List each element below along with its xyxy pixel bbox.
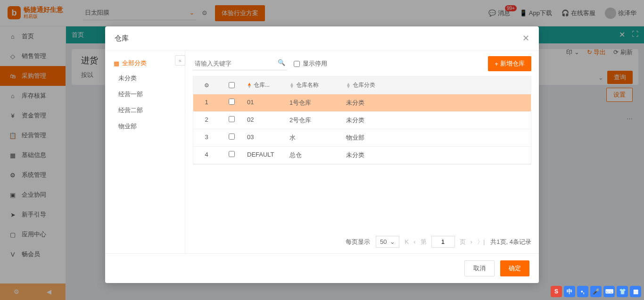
column-checkbox (220, 76, 243, 94)
column-category[interactable]: ▲▼仓库分类 (342, 76, 531, 94)
page-size-select[interactable]: 50 ⌄ (376, 236, 399, 248)
table-panel: 🔍 显示停用 + 新增仓库 ⚙ ▲▼仓库... (185, 50, 539, 253)
grid-header: ⚙ ▲▼仓库... ▲▼仓库名称 ▲▼仓库分类 (193, 76, 531, 94)
page-input[interactable] (431, 236, 455, 248)
ime-lang-icon[interactable]: 中 (564, 286, 575, 297)
table-toolbar: 🔍 显示停用 + 新增仓库 (193, 56, 531, 71)
row-checkbox[interactable] (229, 133, 235, 140)
prev-page-icon[interactable]: ‹ (413, 238, 415, 245)
tree-item[interactable]: 经营二部 (105, 102, 185, 118)
column-settings[interactable]: ⚙ (193, 76, 220, 94)
tree-item[interactable]: 未分类 (105, 70, 185, 86)
ime-punct-icon[interactable]: •, (577, 286, 588, 297)
show-disabled-checkbox[interactable]: 显示停用 (294, 59, 327, 68)
table-row[interactable]: 4 DEFAULT 总仓 未分类 (193, 147, 531, 164)
plus-icon: + (495, 60, 498, 67)
search-icon[interactable]: 🔍 (278, 59, 285, 66)
column-code[interactable]: ▲▼仓库... (243, 76, 286, 94)
ok-button[interactable]: 确定 (500, 260, 529, 276)
table-row[interactable]: 3 03 水 物业部 (193, 129, 531, 147)
search-wrap: 🔍 (193, 57, 287, 70)
cancel-button[interactable]: 取消 (464, 260, 495, 276)
search-input[interactable] (193, 57, 287, 70)
tree-item[interactable]: 物业部 (105, 118, 185, 134)
add-warehouse-button[interactable]: + 新增仓库 (488, 56, 531, 71)
row-checkbox[interactable] (229, 151, 235, 157)
category-tree: ▦ 全部分类 未分类 经营一部 经营二部 物业部 « (105, 50, 185, 253)
checkbox-input[interactable] (294, 61, 300, 67)
per-page-label: 每页显示 (346, 238, 370, 246)
paginator: 每页显示 50 ⌄ K ‹ 第 页 › 〉| 共1页, 4条记录 (193, 230, 531, 248)
row-checkbox[interactable] (229, 99, 235, 105)
tree-item[interactable]: 经营一部 (105, 86, 185, 102)
ime-bar: S 中 •, 🎤 ⌨ 👕 ▦ (551, 286, 641, 297)
table-row[interactable]: 1 01 1号仓库 未分类 (193, 94, 531, 112)
tree-root[interactable]: ▦ 全部分类 (105, 56, 185, 70)
grid-icon: ▦ (114, 60, 119, 67)
warehouse-grid: ⚙ ▲▼仓库... ▲▼仓库名称 ▲▼仓库分类 1 01 1号仓库 未分类 (193, 76, 531, 165)
sort-icon: ▲▼ (289, 83, 294, 88)
ime-skin-icon[interactable]: 👕 (617, 286, 628, 297)
first-page-icon[interactable]: K (405, 238, 409, 245)
pager-nav: K ‹ 第 页 › 〉| (405, 236, 485, 248)
select-all-checkbox[interactable] (229, 82, 235, 88)
sort-icon: ▲▼ (346, 83, 351, 88)
ime-sogou-icon[interactable]: S (551, 286, 562, 297)
modal-footer: 取消 确定 (105, 253, 539, 283)
gear-icon: ⚙ (204, 82, 209, 89)
ime-mic-icon[interactable]: 🎤 (590, 286, 602, 297)
modal-header: 仓库 ✕ (105, 26, 539, 50)
next-page-icon[interactable]: › (471, 238, 472, 245)
modal-body: ▦ 全部分类 未分类 经营一部 经营二部 物业部 « 🔍 显示停用 (105, 50, 539, 253)
modal-title: 仓库 (115, 34, 129, 43)
close-icon[interactable]: ✕ (522, 33, 529, 43)
sort-icon: ▲▼ (247, 83, 252, 88)
warehouse-modal: 仓库 ✕ ▦ 全部分类 未分类 经营一部 经营二部 物业部 « 🔍 (105, 26, 539, 283)
ime-tool-icon[interactable]: ▦ (630, 286, 641, 297)
collapse-tree-icon[interactable]: « (175, 55, 185, 66)
table-row[interactable]: 2 02 2号仓库 未分类 (193, 112, 531, 129)
column-name[interactable]: ▲▼仓库名称 (286, 76, 342, 94)
page-summary: 共1页, 4条记录 (490, 238, 531, 246)
last-page-icon[interactable]: 〉| (477, 238, 485, 246)
modal-overlay: 仓库 ✕ ▦ 全部分类 未分类 经营一部 经营二部 物业部 « 🔍 (0, 0, 644, 300)
chevron-down-icon: ⌄ (390, 238, 395, 245)
ime-keyboard-icon[interactable]: ⌨ (603, 286, 615, 297)
row-checkbox[interactable] (229, 116, 235, 122)
